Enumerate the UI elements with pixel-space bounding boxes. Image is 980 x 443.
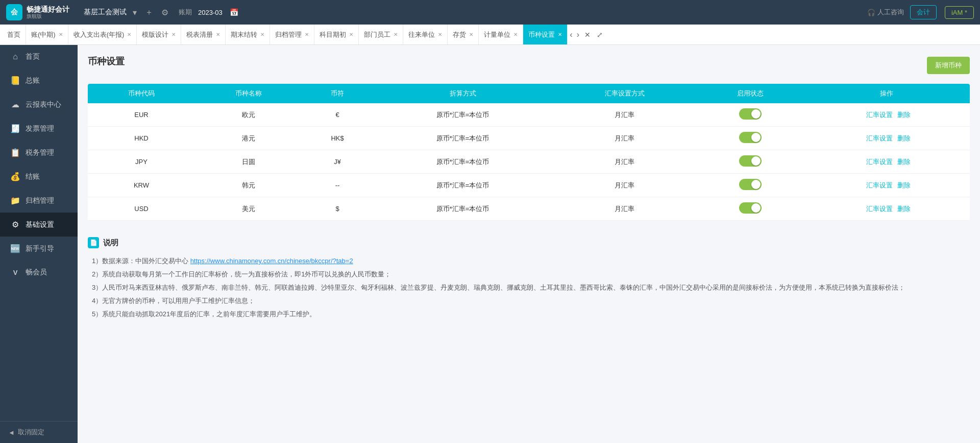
cell-calc: 原币*汇率=本位币 [373,150,553,174]
enabled-toggle[interactable] [739,108,762,120]
rate-settings-link[interactable]: 汇率设置 [866,181,893,189]
sidebar-item-checkout[interactable]: 💰 结账 [0,165,78,189]
col-rate-type: 汇率设置方式 [553,84,697,103]
tab-period[interactable]: 账(中期) ✕ [26,25,68,45]
cell-actions: 汇率设置 删除 [804,174,970,197]
rate-settings-link[interactable]: 汇率设置 [866,158,893,166]
sidebar-item-label: 基础设置 [26,220,54,229]
tab-close-icon[interactable]: ✕ [558,32,562,37]
project-name[interactable]: 基层工会测试 [84,8,127,17]
delete-link[interactable]: 删除 [897,134,911,142]
enabled-toggle[interactable] [739,179,762,190]
tab-archive[interactable]: 归档管理 ✕ [270,25,314,45]
enabled-toggle[interactable] [739,155,762,167]
tab-template[interactable]: 模版设计 ✕ [137,25,181,45]
tab-currency[interactable]: 币种设置 ✕ [523,25,568,45]
tab-fullscreen-btn[interactable]: ⤢ [594,25,606,45]
project-dropdown-icon[interactable]: ▾ [131,6,139,19]
delete-link[interactable]: 删除 [897,111,911,119]
cell-symbol: $ [302,197,373,221]
content-area: 币种设置 新增币种 币种代码 币种名称 币符 折算方式 汇率设置方式 启用状态 … [78,45,980,443]
pin-toggle[interactable]: ◄ 取消固定 [0,421,78,443]
tab-home[interactable]: 首页 [2,25,26,45]
home-icon: ⌂ [10,52,20,61]
tab-close-icon[interactable]: ✕ [59,32,63,37]
tab-close-icon[interactable]: ✕ [394,32,398,37]
sidebar-item-member[interactable]: V 畅会员 [0,261,78,284]
tab-bar: 首页 账(中期) ✕ 收入支出表(年报) ✕ 模版设计 ✕ 税表清册 ✕ 期末结… [0,25,980,45]
cell-actions: 汇率设置 删除 [804,127,970,150]
tab-close-icon[interactable]: ✕ [216,32,220,37]
tab-close-icon[interactable]: ✕ [469,32,473,37]
add-project-btn[interactable]: ＋ [143,5,155,20]
tab-close-icon[interactable]: ✕ [349,32,353,37]
cell-status [697,127,804,150]
tab-period-end[interactable]: 期末结转 ✕ [226,25,270,45]
calendar-icon[interactable]: 📅 [230,8,238,16]
sidebar-item-archive[interactable]: 📁 归档管理 [0,189,78,213]
tab-label: 往来单位 [408,30,435,39]
tab-unit[interactable]: 计量单位 ✕ [479,25,523,45]
tab-next-btn[interactable]: › [575,25,581,45]
tab-close-icon[interactable]: ✕ [127,32,131,37]
table-row: KRW 韩元 -- 原币*汇率=本位币 月汇率 汇率设置 删除 [88,174,970,197]
main-layout: ⌂ 首页 📒 总账 ☁ 云报表中心 🧾 发票管理 📋 税务管理 💰 结账 📁 归… [0,45,980,443]
delete-link[interactable]: 删除 [897,205,911,213]
notes-item: 5）系统只能自动抓取2021年度后的汇率，之前年度汇率需要用户手工维护。 [92,308,970,321]
notes-content: 1）数据来源：中国外汇交易中心 https://www.chinamoney.c… [88,254,970,321]
support-button[interactable]: 🎧 人工咨询 [867,8,904,17]
new-currency-button[interactable]: 新增币种 [927,57,970,74]
cell-rate-type: 月汇率 [553,103,697,127]
tab-dept[interactable]: 部门员工 ✕ [359,25,403,45]
period-value: 2023-03 [198,9,223,16]
sidebar-item-home[interactable]: ⌂ 首页 [0,45,78,68]
settings-icon[interactable]: ⚙ [159,6,170,19]
tab-close-icon[interactable]: ✕ [513,32,518,37]
cell-symbol: € [302,103,373,127]
rate-settings-link[interactable]: 汇率设置 [866,111,893,119]
archive-icon: 📁 [10,196,20,205]
iam-button[interactable]: iAM * [945,6,974,19]
rate-settings-link[interactable]: 汇率设置 [866,205,893,213]
cell-calc: 原币*汇率=本位币 [373,197,553,221]
tab-label: 币种设置 [528,30,555,39]
notes-item: 1）数据来源：中国外汇交易中心 https://www.chinamoney.c… [92,254,970,268]
china-money-link[interactable]: https://www.chinamoney.com.cn/chinese/bk… [190,257,353,265]
sidebar-item-label: 归档管理 [26,196,54,205]
delete-link[interactable]: 删除 [897,181,911,189]
tab-prev-btn[interactable]: ‹ [568,25,574,45]
tab-subject[interactable]: 科目期初 ✕ [314,25,359,45]
sidebar-item-guide[interactable]: 🆕 新手引导 [0,237,78,261]
tab-inventory[interactable]: 存货 ✕ [448,25,479,45]
notes-section: 📄 说明 1）数据来源：中国外汇交易中心 https://www.chinamo… [88,237,970,321]
sidebar-item-reports[interactable]: ☁ 云报表中心 [0,92,78,116]
sidebar-item-invoice[interactable]: 🧾 发票管理 [0,116,78,141]
settings-gear-icon: ⚙ [10,220,20,229]
delete-link[interactable]: 删除 [897,158,911,166]
rate-settings-link[interactable]: 汇率设置 [866,134,893,142]
pin-label: 取消固定 [18,428,44,437]
cell-symbol: J¥ [302,150,373,174]
tab-close-icon[interactable]: ✕ [260,32,264,37]
tab-clients[interactable]: 往来单位 ✕ [403,25,448,45]
account-button[interactable]: 会计 [910,5,937,19]
tab-close-icon[interactable]: ✕ [172,32,176,37]
enabled-toggle[interactable] [739,202,762,214]
sidebar-item-tax[interactable]: 📋 税务管理 [0,141,78,165]
sidebar-item-ledger[interactable]: 📒 总账 [0,68,78,92]
header-right: 🎧 人工咨询 会计 iAM * [867,5,974,19]
cell-name: 韩元 [195,174,302,197]
support-label: 人工咨询 [877,8,904,17]
tab-close-icon[interactable]: ✕ [438,32,442,37]
cell-symbol: HK$ [302,127,373,150]
tab-close-all-btn[interactable]: ✕ [581,25,594,45]
tab-close-icon[interactable]: ✕ [305,32,309,37]
tab-tax[interactable]: 税表清册 ✕ [181,25,226,45]
period-label: 账期 [179,8,192,17]
tab-income[interactable]: 收入支出表(年报) ✕ [68,25,137,45]
sidebar-item-settings[interactable]: ⚙ 基础设置 [0,213,78,237]
app-sub: 旗舰版 [27,13,69,19]
enabled-toggle[interactable] [739,132,762,143]
tab-label: 账(中期) [31,30,56,39]
tab-label: 存货 [453,30,466,39]
